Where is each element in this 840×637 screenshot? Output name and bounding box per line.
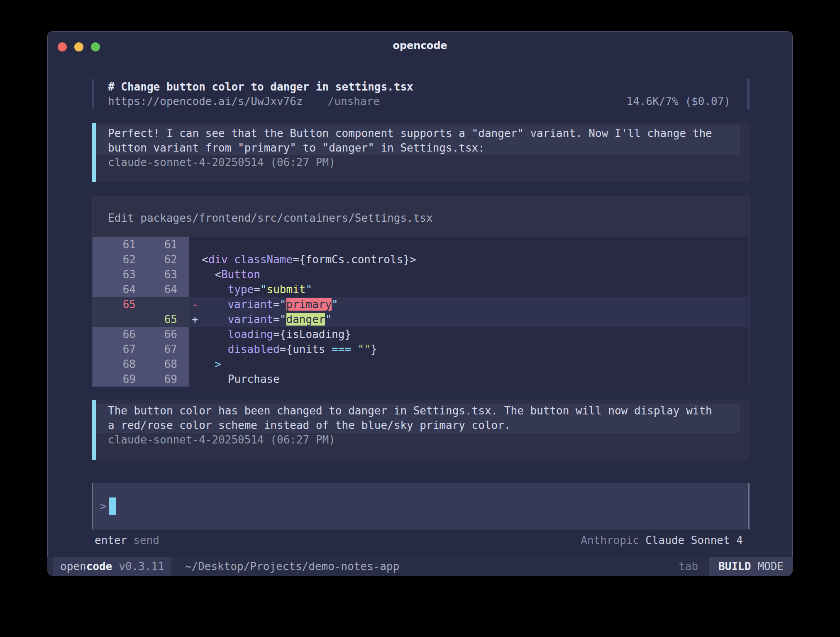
- diff-code-line: loading={isLoading}: [202, 327, 749, 342]
- diff-row: 6464 type="submit": [93, 282, 749, 297]
- diff-marker: [189, 267, 202, 282]
- close-button[interactable]: [58, 42, 67, 51]
- diff-row: 6666 loading={isLoading}: [93, 327, 749, 342]
- opencode-window: opencode # Change button color to danger…: [47, 31, 793, 576]
- text-cursor: [109, 497, 116, 515]
- app-name-code: code: [86, 560, 112, 573]
- diff-row: 65- variant="primary": [93, 297, 749, 312]
- diff-gutter: 6969: [93, 372, 189, 387]
- diff-marker: +: [189, 312, 202, 327]
- diff-gutter: 6161: [93, 237, 189, 252]
- diff-marker: [189, 357, 202, 372]
- diff-marker: -: [189, 297, 202, 312]
- send-action-hint: send: [133, 533, 159, 548]
- spacer: [159, 533, 574, 548]
- message-line: button variant from "primary" to "danger…: [96, 141, 740, 155]
- titlebar: opencode: [47, 31, 793, 60]
- session-title: # Change button color to danger in setti…: [108, 80, 730, 94]
- diff-marker: [189, 237, 202, 252]
- diff-code-line: disabled={units === ""}: [202, 342, 749, 357]
- app-version: v0.3.11: [119, 560, 164, 573]
- mode-suffix: MODE: [757, 560, 784, 573]
- diff-marker: [189, 372, 202, 387]
- message-line: Perfect! I can see that the Button compo…: [96, 126, 740, 141]
- message-meta: claude-sonnet-4-20250514 (06:27 PM): [96, 155, 750, 170]
- diff-gutter: 6767: [93, 342, 189, 357]
- diff-gutter: 65: [93, 297, 189, 312]
- assistant-message: Perfect! I can see that the Button compo…: [92, 123, 750, 182]
- maximize-button[interactable]: [91, 42, 100, 51]
- diff-code-line: <div className={formCs.controls}>: [202, 252, 749, 267]
- session-content: # Change button color to danger in setti…: [47, 79, 793, 548]
- prompt-symbol: >: [100, 500, 107, 512]
- session-subheader: https://opencode.ai/s/UwJxv76z /unshare …: [108, 94, 730, 109]
- diff-code-line: [202, 237, 749, 252]
- diff-gutter: 65: [93, 312, 189, 327]
- diff-row: 65+ variant="danger": [93, 312, 749, 327]
- app-version-chip: opencodev0.3.11: [53, 557, 171, 576]
- diff-code-line: >: [202, 357, 749, 372]
- diff-code-line: <Button: [202, 267, 749, 282]
- status-bar: opencodev0.3.11 ~/Desktop/Projects/demo-…: [47, 557, 793, 576]
- edit-file-title: Edit packages/frontend/src/containers/Se…: [93, 196, 749, 237]
- mode-chip[interactable]: BUILDMODE: [709, 557, 793, 576]
- assistant-message: The button color has been changed to dan…: [92, 400, 750, 460]
- edit-tool-card: Edit packages/frontend/src/containers/Se…: [92, 196, 750, 387]
- diff-gutter: 6666: [93, 327, 189, 342]
- message-meta: claude-sonnet-4-20250514 (06:27 PM): [96, 433, 750, 447]
- diff-code-line: type="submit": [202, 282, 749, 297]
- mode-name: BUILD: [718, 560, 751, 573]
- spacer: [399, 557, 679, 576]
- diff-row: 6262<div className={formCs.controls}>: [93, 252, 749, 267]
- diff-marker: [189, 342, 202, 357]
- app-name-open: open: [60, 560, 86, 573]
- diff-code-line: Purchase: [202, 372, 749, 387]
- message-line: a red/rose color scheme instead of the b…: [96, 418, 740, 433]
- message-line: The button color has been changed to dan…: [96, 404, 740, 418]
- working-directory: ~/Desktop/Projects/demo-notes-app: [185, 557, 400, 576]
- spacer: [380, 94, 627, 109]
- diff-row: 6767 disabled={units === ""}: [93, 342, 749, 357]
- tab-key-hint: tab: [679, 557, 698, 576]
- minimize-button[interactable]: [74, 42, 83, 51]
- diff-row: 6969 Purchase: [93, 372, 749, 387]
- diff-marker: [189, 252, 202, 267]
- diff-view: 61616262<div className={formCs.controls}…: [93, 237, 749, 387]
- diff-gutter: 6262: [93, 252, 189, 267]
- window-title: opencode: [47, 31, 793, 60]
- diff-marker: [189, 282, 202, 297]
- diff-row: 6868 >: [93, 357, 749, 372]
- model-label: Claude Sonnet 4: [645, 533, 743, 548]
- session-header: # Change button color to danger in setti…: [92, 79, 750, 109]
- diff-row: 6161: [93, 237, 749, 252]
- enter-key-hint: enter: [95, 533, 127, 548]
- context-stats: 14.6K/7% ($0.07): [627, 94, 730, 109]
- provider-label: Anthropic: [581, 533, 639, 548]
- prompt-input[interactable]: >: [92, 483, 750, 529]
- diff-code-line: variant="danger": [202, 312, 749, 327]
- diff-gutter: 6363: [93, 267, 189, 282]
- diff-gutter: 6464: [93, 282, 189, 297]
- hint-bar: enter send Anthropic Claude Sonnet 4: [92, 533, 750, 548]
- diff-gutter: 6868: [93, 357, 189, 372]
- diff-row: 6363 <Button: [93, 267, 749, 282]
- diff-code-line: variant="primary": [202, 297, 749, 312]
- unshare-command[interactable]: /unshare: [328, 94, 380, 109]
- share-url-link[interactable]: https://opencode.ai/s/UwJxv76z: [108, 94, 303, 109]
- diff-marker: [189, 327, 202, 342]
